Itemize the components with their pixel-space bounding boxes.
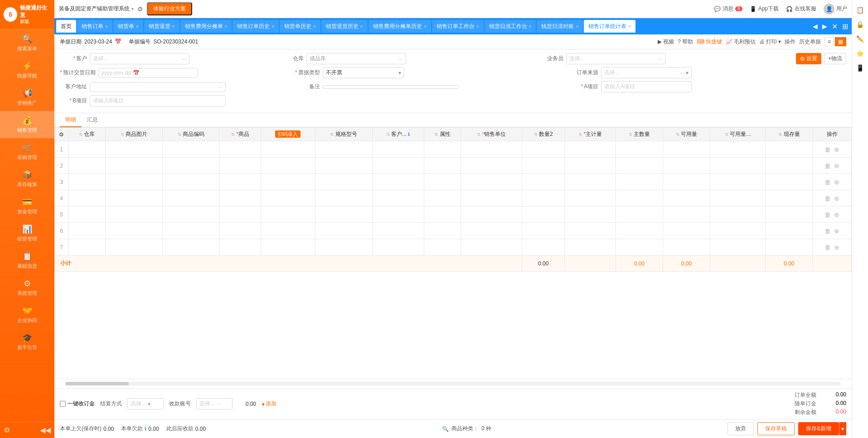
tab-detail[interactable]: 明细: [60, 113, 82, 127]
cell-customer-code[interactable]: [372, 223, 424, 239]
cell-qty2[interactable]: [522, 190, 565, 207]
sidebar-item-企业协同[interactable]: 🤝 企业协同: [0, 301, 54, 328]
sidebar-collapse-icon[interactable]: ◀◀: [40, 426, 51, 434]
cell-stock[interactable]: [766, 207, 813, 223]
cell-image[interactable]: [105, 239, 162, 255]
col-settings[interactable]: ⚙: [55, 128, 68, 141]
cell-unit[interactable]: [461, 190, 522, 207]
delivery-date-input[interactable]: yyyy-mm-dd 📅: [98, 68, 198, 78]
cell-scan[interactable]: [261, 158, 315, 174]
cell-main-unit[interactable]: [565, 141, 616, 158]
col-available2[interactable]: ⇅ 可用量...: [710, 128, 765, 141]
right-panel-icon-5[interactable]: 📱: [854, 62, 867, 74]
col-unit[interactable]: ⇅ *销售单位: [461, 128, 522, 141]
cell-warehouse[interactable]: [68, 239, 106, 255]
cell-scan[interactable]: [261, 207, 315, 223]
cell-image[interactable]: [105, 223, 162, 239]
cell-action[interactable]: 🗑 ⊕: [813, 239, 852, 255]
grid-view-btn[interactable]: ▦: [835, 37, 846, 46]
cell-image[interactable]: [105, 207, 162, 223]
tab-home[interactable]: 首页: [56, 20, 76, 33]
cell-unit[interactable]: [461, 207, 522, 223]
cell-customer-code[interactable]: [372, 190, 424, 207]
cell-unit[interactable]: [461, 174, 522, 190]
warehouse-input[interactable]: 成品库 ···: [306, 53, 406, 64]
cell-scan[interactable]: [261, 223, 315, 239]
cell-name[interactable]: [220, 223, 261, 239]
tab-close-icon[interactable]: ×: [105, 24, 108, 29]
operate-action[interactable]: 操作: [785, 38, 795, 46]
cell-stock[interactable]: [766, 174, 813, 190]
cell-action[interactable]: 🗑 ⊕: [813, 141, 852, 158]
cell-code[interactable]: [162, 174, 219, 190]
cell-available2[interactable]: [710, 239, 765, 255]
cell-main-unit[interactable]: [565, 174, 616, 190]
cell-attr[interactable]: [424, 141, 461, 158]
col-stock[interactable]: ⇅ 现存量: [766, 128, 813, 141]
settings-btn[interactable]: ⚙ 设置: [796, 53, 821, 64]
col-code[interactable]: ⇅ 商品编码: [162, 128, 219, 141]
cell-qty2[interactable]: [522, 141, 565, 158]
cell-attr[interactable]: [424, 207, 461, 223]
cell-available2[interactable]: [710, 174, 765, 190]
sidebar-item-营销推广[interactable]: 📢 营销推广: [0, 84, 54, 111]
sidebar-settings-icon[interactable]: ⚙: [4, 426, 10, 434]
cell-stock[interactable]: [766, 158, 813, 174]
invoice-type-select[interactable]: 不开票 ▾: [323, 67, 404, 78]
cell-available[interactable]: [663, 141, 710, 158]
tab-sales-order[interactable]: 销售订单 ×: [77, 20, 112, 33]
copy-row-icon[interactable]: ⊕: [833, 211, 840, 218]
sidebar-item-资金管理[interactable]: 💳 资金管理: [0, 193, 54, 220]
tab-sales-return[interactable]: 销货退货 ×: [144, 20, 179, 33]
cell-scan[interactable]: [261, 239, 315, 255]
cell-action[interactable]: 🗑 ⊕: [813, 158, 852, 174]
view-action[interactable]: ▶ 视频: [658, 38, 674, 46]
col-customer-code[interactable]: ⇅ 客户... ℹ: [372, 128, 424, 141]
sidebar-item-快捷导航[interactable]: ⚡ 快捷导航: [0, 57, 54, 84]
col-main-qty[interactable]: ⇅ 主数量: [616, 128, 663, 141]
cell-image[interactable]: [105, 158, 162, 174]
a-project-input[interactable]: 请输入A项目: [601, 81, 692, 92]
save-new-dropdown[interactable]: ▾: [839, 422, 846, 435]
delete-row-icon[interactable]: 🗑: [824, 211, 832, 218]
right-panel-icon-4[interactable]: ⭐: [854, 47, 867, 60]
tab-sales-goods-history[interactable]: 销货单历史 ×: [280, 20, 320, 33]
scrollbar-thumb[interactable]: [65, 382, 129, 385]
cell-available2[interactable]: [710, 223, 765, 239]
cell-action[interactable]: 🗑 ⊕: [813, 223, 852, 239]
tab-close-icon[interactable]: ×: [272, 24, 274, 29]
tab-order-workbench[interactable]: 销售订单工作台 ×: [432, 20, 484, 33]
cell-code[interactable]: [162, 158, 219, 174]
copy-row-icon[interactable]: ⊕: [833, 162, 840, 169]
tab-more-icon[interactable]: ✕: [830, 22, 839, 31]
delete-row-icon[interactable]: 🗑: [824, 178, 832, 186]
cell-code[interactable]: [162, 239, 219, 255]
cell-image[interactable]: [105, 174, 162, 190]
table-container[interactable]: ⚙ ⇅ 仓库 ⇅ 商品图片 ⇅ 商品编码 ⇅ *商品: [54, 127, 852, 379]
right-panel-icon-3[interactable]: ✏️: [854, 33, 867, 45]
b-project-input[interactable]: 请输入B项目: [90, 95, 226, 106]
col-scan[interactable]: 扫码录入: [261, 128, 315, 141]
copy-row-icon[interactable]: ⊕: [833, 195, 840, 202]
list-view-btn[interactable]: ≡: [824, 37, 834, 46]
tab-return-history[interactable]: 销货退货历史 ×: [321, 20, 368, 33]
settlement-select[interactable]: 选择... ▾: [127, 398, 164, 409]
sidebar-item-系统管理[interactable]: ⚙ 系统管理: [0, 274, 54, 301]
tab-fee-history[interactable]: 销售费用分摊单历史 ×: [369, 20, 431, 33]
cell-spec[interactable]: [315, 158, 372, 174]
cell-name[interactable]: [220, 190, 261, 207]
cell-code[interactable]: [162, 190, 219, 207]
salesperson-input[interactable]: 选择... ···: [566, 53, 666, 64]
delete-row-icon[interactable]: 🗑: [824, 195, 832, 202]
cell-attr[interactable]: [424, 174, 461, 190]
cell-main-qty[interactable]: [616, 190, 663, 207]
cell-main-qty[interactable]: [616, 158, 663, 174]
tab-sales-fee[interactable]: 销售费用分摊单 ×: [180, 20, 232, 33]
tab-close-icon[interactable]: ×: [360, 24, 363, 29]
delete-row-icon[interactable]: 🗑: [824, 146, 832, 153]
copy-row-icon[interactable]: ⊕: [833, 146, 840, 153]
message-button[interactable]: 💬 消息 9: [714, 5, 742, 13]
profit-action[interactable]: 📈 毛利预估: [726, 38, 756, 46]
cell-attr[interactable]: [424, 158, 461, 174]
tab-daily-reconcile[interactable]: 钱货日清对账 ×: [537, 20, 583, 33]
